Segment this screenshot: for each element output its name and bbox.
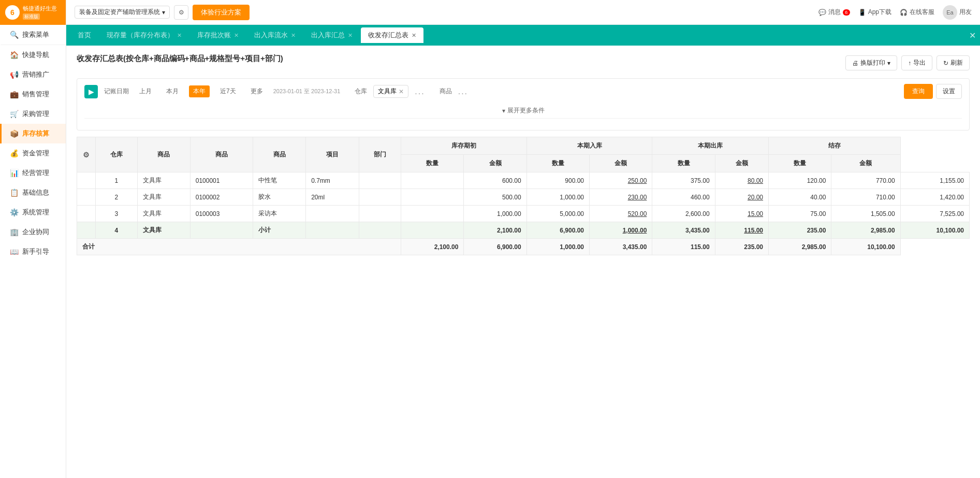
date-btn-last-month[interactable]: 上月 [135,85,156,97]
sidebar-item-quick-nav[interactable]: 🏠 快捷导航 [0,45,66,65]
row-in-qty[interactable]: 250.00 [590,172,652,189]
tab-label: 收发存汇总表 [368,31,408,40]
row-in-qty[interactable]: 1,000.00 [590,222,652,239]
row-in-qty-link[interactable]: 250.00 [628,177,647,184]
export-button[interactable]: ↑ 导出 [901,55,932,70]
tab-inout-flow[interactable]: 出入库流水 ✕ [247,27,303,43]
export-label: 导出 [913,59,926,67]
row-goods-name: 胶水 [253,189,306,206]
filter-toggle-button[interactable]: ▶ [84,85,98,98]
tab-label: 库存批次账 [197,31,231,40]
sidebar-item-inventory[interactable]: 📦 库存核算 [0,124,66,143]
row-no: 2 [96,189,138,206]
col-settings-icon[interactable]: ⚙ [83,151,90,159]
row-in-qty-link[interactable]: 1,000.00 [623,227,647,234]
tab-recv-send-summary[interactable]: 收发存汇总表 ✕ [361,27,423,43]
row-close-qty: 1,505.00 [831,206,900,222]
sidebar-item-sales[interactable]: 💼 销售管理 [0,84,66,104]
filter-bar: ▶ 记账日期 上月 本月 本年 近7天 更多 2023-01-01 至 2023… [84,84,962,99]
row-in-amt: 460.00 [652,189,715,206]
date-btn-this-month[interactable]: 本月 [162,85,183,97]
message-button[interactable]: 💬 消息 6 [818,8,850,17]
logo-tag: 标准版 [23,13,40,20]
tab-inout-summary[interactable]: 出入库汇总 ✕ [304,27,360,43]
sidebar-item-operations[interactable]: 📊 经营管理 [0,163,66,183]
query-button[interactable]: 查询 [904,84,933,99]
expand-more-button[interactable]: ▾ 展开更多条件 [502,106,545,115]
sidebar-item-label: 资金管理 [22,149,49,158]
app-download-button[interactable]: 📱 App下载 [858,8,891,17]
tab-inventory-dist[interactable]: 现存量（库存分布表） ✕ [99,27,189,43]
refresh-button[interactable]: ↻ 刷新 [937,55,970,70]
topbar: 装备及固定资产辅助管理系统 ▾ ⚙ 体验行业方案 💬 消息 6 📱 App下载 … [66,0,980,25]
cart-icon: 🛒 [10,110,18,118]
sidebar-item-guide[interactable]: 📖 新手引导 [0,242,66,262]
print-label: 换版打印 [860,59,885,67]
sidebar-item-purchase[interactable]: 🛒 采购管理 [0,104,66,124]
row-in-qty-link[interactable]: 520.00 [628,210,647,218]
row-in-qty[interactable]: 230.00 [590,189,652,206]
tab-close-icon[interactable]: ✕ [234,32,239,39]
sidebar-item-system[interactable]: ⚙️ 系统管理 [0,202,66,222]
col-goods-name-header: 商品 [190,137,253,172]
col-out-amt-header: 金额 [715,155,768,172]
row-out-qty[interactable]: 115.00 [715,222,768,239]
gear-icon: ⚙️ [10,208,18,216]
user-button[interactable]: Ea 用友 [943,5,972,20]
row-out-qty-link[interactable]: 15.00 [748,210,763,218]
row-settings-cell [77,172,96,189]
settings-button[interactable]: ⚙ [174,5,188,20]
sidebar-item-enterprise[interactable]: 🏢 企业协同 [0,222,66,242]
money-icon: 💰 [10,149,18,157]
tab-close-icon[interactable]: ✕ [348,32,353,39]
sidebar-item-finance[interactable]: 💰 资金管理 [0,143,66,163]
row-in-qty-link[interactable]: 230.00 [628,194,647,201]
service-button[interactable]: 🎧 在线客服 [900,8,934,17]
col-open-amt-header: 金额 [464,155,526,172]
search-icon: 🔍 [10,31,18,39]
print-button[interactable]: 🖨 换版打印 ▾ [845,55,897,70]
warehouse-label: 仓库 [355,87,367,96]
tab-batch-ledger[interactable]: 库存批次账 ✕ [190,27,246,43]
close-all-tabs-button[interactable]: ✕ [969,31,976,40]
date-btn-more[interactable]: 更多 [246,85,267,97]
warehouse-more-button[interactable]: ... [415,87,425,96]
date-btn-7days[interactable]: 近7天 [216,85,240,97]
sidebar-item-label: 新手引导 [22,247,49,256]
col-closing-header: 结存 [769,137,901,155]
row-out-qty-link[interactable]: 80.00 [748,177,763,184]
row-out-qty[interactable]: 15.00 [715,206,768,222]
sidebar-item-label: 系统管理 [22,208,49,217]
sidebar-item-basic[interactable]: 📋 基础信息 [0,183,66,202]
row-in-qty[interactable]: 520.00 [590,206,652,222]
row-no: 4 [96,222,138,239]
sidebar-item-search[interactable]: 🔍 搜索菜单 [0,25,66,45]
trial-button[interactable]: 体验行业方案 [193,5,250,20]
content-area: 收发存汇总表(按仓库+商品编码+商品+规格型号+项目+部门) 🖨 换版打印 ▾ … [66,46,980,478]
refresh-label: 刷新 [950,59,963,67]
system-selector[interactable]: 装备及固定资产辅助管理系统 ▾ [75,6,170,19]
building-icon: 🏢 [10,228,18,236]
warehouse-value: 文具库 [378,87,397,96]
warehouse-remove-button[interactable]: ✕ [399,88,404,95]
row-out-qty-link[interactable]: 115.00 [744,227,763,234]
tab-home[interactable]: 首页 [70,27,98,43]
row-goods-code: 0100003 [190,206,253,222]
tab-close-icon[interactable]: ✕ [291,32,296,39]
date-btn-this-year[interactable]: 本年 [189,85,210,97]
tab-close-icon[interactable]: ✕ [177,32,182,39]
sidebar-item-marketing[interactable]: 📢 营销推广 [0,65,66,84]
footer-label: 合计 [77,239,401,255]
row-dept [401,206,464,222]
column-settings-button[interactable]: 设置 [936,84,962,99]
row-out-qty-link[interactable]: 20.00 [748,194,763,201]
row-out-amt: 235.00 [769,222,831,239]
goods-more-button[interactable]: ... [458,87,468,96]
row-in-amt: 375.00 [652,172,715,189]
row-out-qty[interactable]: 80.00 [715,172,768,189]
row-out-qty[interactable]: 20.00 [715,189,768,206]
headset-icon: 🎧 [900,9,908,16]
col-in-amt-header: 金额 [590,155,652,172]
table-row: 4文具库小计2,100.006,900.001,000.003,435.0011… [77,222,970,239]
tab-close-icon[interactable]: ✕ [412,32,416,39]
